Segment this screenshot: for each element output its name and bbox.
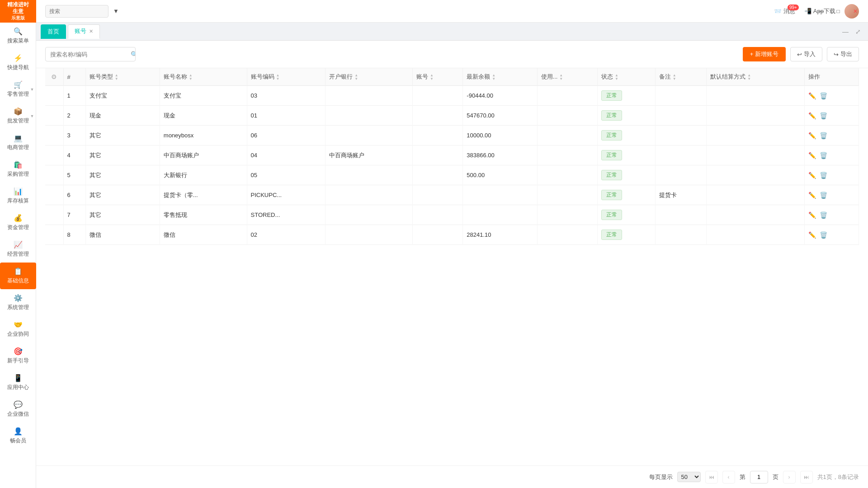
action-icons: ✏️ 🗑️: [808, 211, 855, 219]
biz-wechat-icon: 💬: [14, 400, 23, 409]
sidebar-item-biz-wechat[interactable]: 💬 企业微信: [0, 396, 36, 422]
col-account[interactable]: 账号▲▼: [412, 68, 462, 86]
edit-icon[interactable]: ✏️: [808, 172, 816, 179]
edit-icon[interactable]: ✏️: [808, 211, 816, 219]
col-bank[interactable]: 开户银行▲▼: [326, 68, 413, 86]
delete-icon[interactable]: 🗑️: [820, 92, 827, 99]
cell-usage: [537, 205, 597, 225]
col-balance[interactable]: 最新余额▲▼: [463, 68, 537, 86]
edit-icon[interactable]: ✏️: [808, 192, 816, 199]
sidebar-item-inventory[interactable]: 📊 库存核算: [0, 183, 36, 209]
sidebar-item-quick-nav[interactable]: ⚡ 快捷导航: [0, 49, 36, 76]
col-settings[interactable]: ⚙: [45, 68, 63, 86]
accounts-table: ⚙ # 账号类型▲▼ 账号名称▲▼ 账号编码▲▼ 开户银: [45, 68, 859, 245]
tab-home[interactable]: 首页: [41, 24, 66, 39]
cell-usage: [537, 145, 597, 165]
delete-icon[interactable]: 🗑️: [820, 172, 827, 179]
page-size-select[interactable]: 50 20 100: [677, 472, 701, 482]
edit-icon[interactable]: ✏️: [808, 112, 816, 119]
edit-icon[interactable]: ✏️: [808, 92, 816, 99]
page-number-input[interactable]: [750, 471, 768, 483]
edit-icon[interactable]: ✏️: [808, 132, 816, 139]
search-input[interactable]: [46, 51, 131, 58]
sort-icon: ▲▼: [673, 74, 676, 81]
add-account-button[interactable]: + 新增账号: [743, 47, 786, 61]
delete-icon[interactable]: 🗑️: [820, 211, 827, 219]
col-account-name[interactable]: 账号名称▲▼: [160, 68, 247, 86]
cell-index: 4: [63, 145, 85, 165]
sidebar-item-label: 系统管理: [7, 304, 29, 311]
action-icons: ✏️ 🗑️: [808, 192, 855, 199]
status-badge: 正常: [601, 230, 622, 240]
sidebar-item-purchase-mgmt[interactable]: 🛍️ 采购管理: [0, 156, 36, 183]
cell-account-code: 02: [247, 225, 326, 245]
window-controls: — □ ✕: [813, 0, 868, 23]
sidebar-item-basic-info[interactable]: 📋 基础信息: [0, 263, 36, 289]
cell-bank: [326, 126, 413, 145]
cell-bank: [326, 205, 413, 225]
close-button[interactable]: ✕: [847, 5, 863, 18]
cell-action: ✏️ 🗑️: [805, 205, 859, 225]
sidebar-item-finance-mgmt[interactable]: 💰 资金管理: [0, 209, 36, 236]
edit-icon[interactable]: ✏️: [808, 231, 816, 239]
cell-bank: [326, 86, 413, 106]
col-remark[interactable]: 备注▲▼: [655, 68, 707, 86]
sidebar-item-member[interactable]: 👤 畅会员: [0, 422, 36, 449]
delete-icon[interactable]: 🗑️: [820, 132, 827, 139]
tab-expand-icon[interactable]: ⤢: [853, 26, 863, 37]
delete-icon[interactable]: 🗑️: [820, 112, 827, 119]
import-button[interactable]: ↩ 导入: [790, 47, 822, 61]
col-default-settlement[interactable]: 默认结算方式▲▼: [707, 68, 805, 86]
cell-default-settlement: [707, 165, 805, 185]
sidebar-item-wholesale-mgmt[interactable]: 📦 批发管理 ▼: [0, 103, 36, 129]
col-account-code[interactable]: 账号编码▲▼: [247, 68, 326, 86]
status-badge: 正常: [601, 110, 622, 121]
action-icons: ✏️ 🗑️: [808, 92, 855, 99]
pagination: 每页显示 50 20 100 ⏮ ‹ 第 页 › ⏭ 共1页，8条记录: [36, 465, 868, 488]
page-size-label: 每页显示: [649, 473, 673, 481]
topbar-search-input[interactable]: [45, 5, 108, 18]
cell-status: 正常: [597, 145, 655, 165]
cell-account-type: 支付宝: [85, 86, 160, 106]
table-container: ⚙ # 账号类型▲▼ 账号名称▲▼ 账号编码▲▼ 开户银: [36, 68, 868, 465]
tab-minimize-icon[interactable]: —: [840, 26, 851, 37]
col-account-type[interactable]: 账号类型▲▼: [85, 68, 160, 86]
last-page-button[interactable]: ⏭: [800, 471, 813, 483]
col-status[interactable]: 状态▲▼: [597, 68, 655, 86]
delete-icon[interactable]: 🗑️: [820, 152, 827, 159]
sidebar-item-biz-agreement[interactable]: 🤝 企业协同: [0, 316, 36, 343]
sidebar-item-app-center[interactable]: 📱 应用中心: [0, 369, 36, 396]
cell-default-settlement: [707, 225, 805, 245]
wholesale-icon: 📦: [14, 107, 23, 116]
delete-icon[interactable]: 🗑️: [820, 192, 827, 199]
sidebar-item-label: 新手引导: [7, 357, 29, 365]
sidebar-item-sys-mgmt[interactable]: ⚙️ 系统管理: [0, 289, 36, 316]
tab-close-icon[interactable]: ✕: [89, 28, 93, 34]
next-page-button[interactable]: ›: [783, 471, 796, 483]
sidebar-item-ecom-mgmt[interactable]: 💻 电商管理: [0, 129, 36, 156]
settings-icon: ⚙: [51, 73, 57, 80]
sidebar-item-newcomer[interactable]: 🎯 新手引导: [0, 343, 36, 369]
message-button[interactable]: 📨 消息 99+: [774, 7, 795, 15]
delete-icon[interactable]: 🗑️: [820, 231, 827, 239]
sidebar-item-retail-mgmt[interactable]: 🛒 零售管理 ▼: [0, 76, 36, 103]
sidebar-item-search-menu[interactable]: 🔍 搜索菜单: [0, 23, 36, 49]
topbar-dropdown[interactable]: ▼: [113, 8, 119, 14]
col-usage[interactable]: 使用...▲▼: [537, 68, 597, 86]
first-page-button[interactable]: ⏮: [705, 471, 718, 483]
sidebar-item-ops-mgmt[interactable]: 📈 经营管理: [0, 236, 36, 263]
cell-account-code: PICKUPC...: [247, 185, 326, 205]
sort-icon: ▲▼: [492, 74, 495, 81]
maximize-button[interactable]: □: [830, 5, 846, 18]
minimize-button[interactable]: —: [813, 5, 829, 18]
tab-account[interactable]: 账号 ✕: [68, 24, 100, 39]
search-button[interactable]: 🔍: [131, 47, 136, 61]
prev-page-button[interactable]: ‹: [722, 471, 735, 483]
export-button[interactable]: ↪ 导出: [827, 47, 859, 61]
edit-icon[interactable]: ✏️: [808, 152, 816, 159]
status-badge: 正常: [601, 210, 622, 220]
cell-default-settlement: [707, 145, 805, 165]
status-badge: 正常: [601, 150, 622, 160]
cell-settings: [45, 185, 63, 205]
inventory-icon: 📊: [14, 187, 23, 196]
